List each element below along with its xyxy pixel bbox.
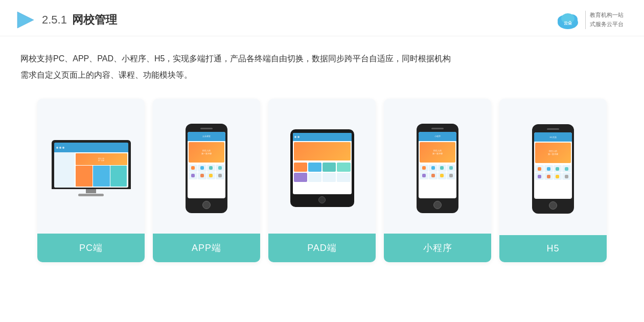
miniprogram-speaker (431, 128, 444, 129)
app-banner-text: 招生人的第一堂冲课 (201, 149, 212, 155)
miniprogram-card-label: 小程序 (384, 234, 491, 262)
mini-grid-8 (447, 172, 455, 179)
pad-grid (293, 162, 352, 183)
pad-card: PAD端 (268, 99, 376, 262)
svg-marker-0 (17, 12, 34, 28)
svg-text:云朵: 云朵 (564, 21, 572, 26)
app-phone-banner: 招生人的第一堂冲课 (189, 142, 224, 163)
h5-phone-mock: H5页面 招生人的第一堂冲课 (530, 124, 576, 214)
app-speaker (200, 128, 213, 129)
pad-banner (294, 142, 351, 160)
app-card: 云朵课堂 招生人的第一堂冲课 (153, 99, 260, 262)
mini-grid-7 (438, 172, 447, 179)
brand-logo: 云朵 教育机构一站 式服务云平台 (555, 9, 624, 31)
pc-dot-2 (59, 147, 61, 149)
device-cards-section: 招生人的第一堂课 (0, 88, 644, 278)
h5-image-area: H5页面 招生人的第一堂冲课 (499, 99, 607, 235)
pad-outer (290, 129, 354, 207)
mini-grid-1 (420, 165, 428, 172)
pc-screen-body: 招生人的第一堂课 (54, 152, 128, 188)
pc-screen-header (54, 143, 128, 152)
pc-screen-outer: 招生人的第一堂课 (52, 140, 131, 189)
app-card-label: APP端 (153, 234, 260, 262)
pc-card: 招生人的第一堂课 (37, 99, 145, 262)
h5-icon-5 (538, 175, 541, 178)
mini-icon-8 (449, 174, 453, 177)
app-grid-item-2 (198, 165, 206, 172)
mini-grid-2 (429, 165, 438, 172)
h5-phone-outer: H5页面 招生人的第一堂冲课 (532, 124, 574, 214)
mini-icon-3 (440, 166, 444, 170)
mini-grid-5 (420, 172, 428, 179)
app-header-text: 云朵课堂 (202, 135, 211, 137)
pc-card-sm-3 (110, 166, 127, 187)
miniprogram-phone-header: 小程序 (419, 132, 456, 141)
miniprogram-header-text: 小程序 (434, 135, 441, 137)
app-phone-mock: 云朵课堂 招生人的第一堂冲课 (183, 124, 229, 213)
mini-grid-6 (429, 172, 438, 179)
pad-screen (293, 133, 352, 194)
h5-icon-4 (565, 167, 568, 171)
miniprogram-card: 小程序 招生人的第一堂冲课 (384, 99, 491, 262)
app-grid-icon-7 (209, 174, 213, 177)
pc-device-mock: 招生人的第一堂课 (50, 140, 132, 196)
app-grid-icon-2 (200, 166, 204, 170)
app-phone-header: 云朵课堂 (188, 132, 225, 141)
description-line1: 网校支持PC、APP、PAD、小程序、H5，实现多端打通，产品各终端自由切换，数… (20, 51, 624, 67)
section-heading: 2.5.1 网校管理 (42, 12, 117, 28)
h5-home-button (549, 201, 557, 210)
h5-speaker (547, 128, 559, 130)
app-grid-item-6 (198, 172, 206, 179)
app-grid-item-3 (207, 165, 216, 172)
section-number: 2.5.1 (42, 13, 67, 26)
miniprogram-phone-outer: 小程序 招生人的第一堂冲课 (417, 124, 458, 213)
pad-card-label: PAD端 (268, 234, 376, 262)
h5-icon-3 (556, 167, 559, 171)
app-grid-icon-8 (218, 174, 222, 177)
h5-grid-4 (562, 165, 571, 172)
h5-grid-1 (535, 165, 544, 172)
app-grid-icon-4 (218, 166, 222, 170)
h5-icon-1 (538, 167, 541, 171)
pad-grid-item-3 (323, 163, 336, 172)
miniprogram-phone-mock: 小程序 招生人的第一堂冲课 (415, 124, 461, 213)
pc-image-area: 招生人的第一堂课 (37, 99, 145, 234)
app-grid-item-4 (216, 165, 224, 172)
pad-grid-item-8 (337, 173, 350, 182)
app-grid-icon-5 (191, 174, 195, 177)
app-image-area: 云朵课堂 招生人的第一堂冲课 (153, 99, 260, 234)
pc-banner-text: 招生人的第一堂课 (98, 157, 104, 162)
description-line2: 需求自定义页面上的内容、课程、功能模块等。 (20, 67, 624, 83)
app-grid-icon-1 (191, 166, 195, 170)
h5-banner: 招生人的第一堂冲课 (535, 143, 571, 163)
miniprogram-grid (419, 164, 456, 180)
pc-card-label: PC端 (37, 234, 145, 262)
miniprogram-home-button (433, 201, 442, 209)
pc-dot-3 (62, 147, 64, 149)
h5-phone-header: H5页面 (534, 132, 572, 142)
h5-icon-7 (556, 175, 559, 178)
pad-image-area (268, 99, 376, 234)
mini-icon-7 (440, 174, 444, 177)
app-phone-screen: 云朵课堂 招生人的第一堂冲课 (188, 132, 225, 198)
pad-device-mock (289, 129, 355, 207)
mini-icon-5 (422, 174, 426, 177)
logo-arrow-icon (15, 10, 36, 30)
mini-grid-3 (438, 165, 447, 172)
mini-icon-4 (449, 166, 453, 170)
section-title: 网校管理 (72, 13, 117, 26)
brand-cloud-icon: 云朵 (555, 9, 581, 31)
h5-banner-text: 招生人的第一堂冲课 (548, 150, 558, 155)
h5-header-text: H5页面 (549, 136, 556, 139)
h5-grid-5 (535, 173, 544, 180)
app-grid-icon-3 (209, 166, 213, 170)
miniprogram-phone-screen: 小程序 招生人的第一堂冲课 (419, 132, 456, 198)
miniprogram-banner: 招生人的第一堂冲课 (420, 142, 455, 163)
app-home-button (202, 201, 211, 209)
brand-divider (585, 11, 586, 29)
h5-grid-7 (554, 173, 562, 180)
h5-grid-6 (544, 173, 553, 180)
pad-dot-1 (294, 136, 296, 138)
app-grid-item-1 (189, 165, 197, 172)
app-phone-outer: 云朵课堂 招生人的第一堂冲课 (186, 124, 227, 213)
